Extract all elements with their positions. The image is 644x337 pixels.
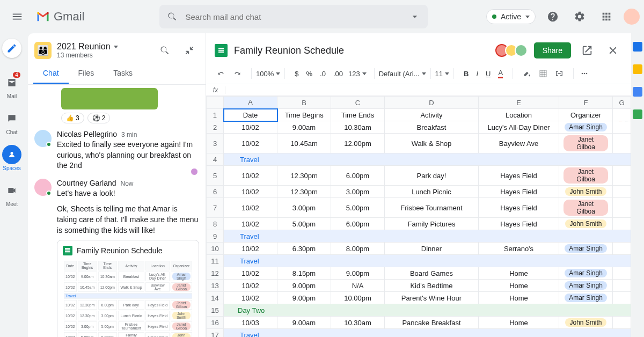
- cell[interactable]: [613, 134, 631, 153]
- row-3[interactable]: 3: [207, 134, 224, 153]
- help-button[interactable]: [543, 7, 562, 26]
- row-15[interactable]: 15: [207, 304, 224, 317]
- search-input[interactable]: [185, 12, 402, 21]
- bold-button[interactable]: B: [462, 68, 471, 80]
- cell[interactable]: 9.00pm: [331, 267, 385, 280]
- status-chip[interactable]: Active: [486, 9, 536, 24]
- borders-button[interactable]: [537, 67, 550, 80]
- side-calendar-button[interactable]: [633, 42, 642, 52]
- col-B[interactable]: B: [277, 97, 331, 109]
- cell[interactable]: Bayview Ave: [479, 134, 559, 153]
- cell[interactable]: Janet Gilboa: [559, 166, 613, 186]
- cell[interactable]: [613, 317, 631, 329]
- cell[interactable]: 10.45am: [277, 134, 331, 153]
- row-6[interactable]: 6: [207, 186, 224, 198]
- cell[interactable]: Amar Singh: [559, 121, 613, 134]
- row-5[interactable]: 5: [207, 166, 224, 186]
- cell[interactable]: Hayes Field: [479, 218, 559, 230]
- cell[interactable]: 10/02: [224, 166, 277, 186]
- account-avatar[interactable]: [624, 9, 640, 25]
- cell[interactable]: 9.00am: [277, 317, 331, 329]
- cell[interactable]: 3.00pm: [277, 198, 331, 218]
- cell[interactable]: Hayes Field: [479, 198, 559, 218]
- cell[interactable]: Amar Singh: [559, 292, 613, 304]
- search-options-icon[interactable]: [409, 11, 420, 22]
- underline-button[interactable]: U: [484, 68, 493, 80]
- col-G[interactable]: G: [613, 97, 631, 109]
- row-1[interactable]: 1: [207, 109, 224, 121]
- cell[interactable]: N/A: [331, 280, 385, 292]
- rail-spaces[interactable]: Spaces: [2, 145, 21, 171]
- cell[interactable]: Date: [224, 109, 277, 121]
- cell[interactable]: [613, 218, 631, 230]
- reaction-thumbs-up[interactable]: 👍3: [61, 113, 84, 123]
- dec-decrease-button[interactable]: .0: [318, 68, 328, 80]
- cell[interactable]: [613, 267, 631, 280]
- cell[interactable]: Janet Gilboa: [559, 134, 613, 153]
- cell[interactable]: Activity: [385, 109, 479, 121]
- row-7[interactable]: 7: [207, 198, 224, 218]
- select-all[interactable]: [207, 97, 224, 109]
- cell[interactable]: Breakfast: [385, 121, 479, 134]
- space-search-button[interactable]: [155, 41, 174, 60]
- zoom-dropdown[interactable]: 100%: [256, 70, 280, 78]
- cell[interactable]: 6.30pm: [277, 243, 331, 255]
- cell[interactable]: Walk & Shop: [385, 134, 479, 153]
- italic-button[interactable]: I: [474, 68, 480, 80]
- sheet-attachment-card[interactable]: Family Reunion Schedule DateTime BeginsT…: [57, 240, 199, 337]
- cell[interactable]: Family Pictures: [385, 218, 479, 230]
- row-8[interactable]: 8: [207, 218, 224, 230]
- main-menu-button[interactable]: [4, 4, 30, 30]
- fill-color-button[interactable]: [521, 67, 533, 80]
- cell[interactable]: Lucy's All-Day Diner: [479, 121, 559, 134]
- cell[interactable]: Travel: [224, 255, 631, 267]
- cell[interactable]: Hayes Field: [479, 166, 559, 186]
- row-9[interactable]: 9: [207, 230, 224, 243]
- cell[interactable]: 12.00pm: [331, 134, 385, 153]
- cell[interactable]: 8.00pm: [331, 243, 385, 255]
- row-16[interactable]: 16: [207, 317, 224, 329]
- collapse-button[interactable]: [180, 41, 199, 60]
- spreadsheet-grid[interactable]: A B C D E F G 1 Date Time Begins Time En…: [206, 96, 631, 337]
- cell[interactable]: 10/02: [224, 292, 277, 304]
- cell[interactable]: [613, 109, 631, 121]
- cell[interactable]: 12.30pm: [277, 186, 331, 198]
- side-tasks-button[interactable]: [633, 87, 642, 97]
- col-E[interactable]: E: [479, 97, 559, 109]
- cell[interactable]: Frisbee Tournament: [385, 198, 479, 218]
- row-4[interactable]: 4: [207, 153, 224, 166]
- side-contacts-button[interactable]: [633, 109, 642, 119]
- cell[interactable]: Home: [479, 267, 559, 280]
- image-attachment[interactable]: [61, 88, 158, 109]
- redo-button[interactable]: [231, 67, 244, 80]
- row-13[interactable]: 13: [207, 280, 224, 292]
- col-C[interactable]: C: [331, 97, 385, 109]
- tab-files[interactable]: Files: [69, 63, 104, 84]
- cell[interactable]: Travel: [224, 329, 631, 338]
- cell[interactable]: Amar Singh: [559, 280, 613, 292]
- font-size-dropdown[interactable]: 11: [435, 70, 449, 78]
- doc-title[interactable]: Family Reunion Schedule: [234, 45, 344, 56]
- cell[interactable]: Dinner: [385, 243, 479, 255]
- row-14[interactable]: 14: [207, 292, 224, 304]
- cell[interactable]: 10.00pm: [331, 292, 385, 304]
- cell[interactable]: Amar Singh: [559, 243, 613, 255]
- cell[interactable]: 12.30pm: [277, 166, 331, 186]
- text-color-button[interactable]: A: [496, 67, 505, 80]
- cell[interactable]: 6.00pm: [331, 218, 385, 230]
- cell[interactable]: Janet Gilboa: [559, 198, 613, 218]
- cell[interactable]: Hayes Field: [479, 186, 559, 198]
- search-box[interactable]: [159, 5, 428, 28]
- cell[interactable]: 5.00pm: [331, 198, 385, 218]
- cell[interactable]: 9.00pm: [277, 280, 331, 292]
- cell[interactable]: 10.30am: [331, 317, 385, 329]
- cell[interactable]: Location: [479, 109, 559, 121]
- undo-button[interactable]: [215, 67, 228, 80]
- tab-chat[interactable]: Chat: [33, 63, 69, 84]
- cell[interactable]: Time Begins: [277, 109, 331, 121]
- cell[interactable]: 10/03: [224, 317, 277, 329]
- cell[interactable]: Organizer: [559, 109, 613, 121]
- cell[interactable]: Board Games: [385, 267, 479, 280]
- more-button[interactable]: [578, 67, 591, 80]
- cell[interactable]: [613, 186, 631, 198]
